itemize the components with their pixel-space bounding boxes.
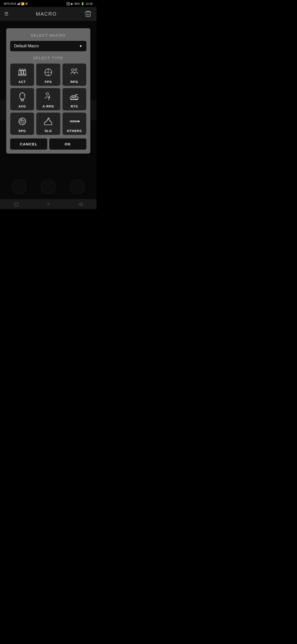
page-title: MACRO <box>36 11 57 17</box>
fps-icon <box>42 66 54 78</box>
ok-button[interactable]: OK <box>49 138 86 150</box>
nav-bar: ▢ ○ ◁ <box>0 199 96 209</box>
others-label: OTHERS <box>67 129 82 133</box>
svg-line-23 <box>24 94 25 95</box>
nfc-icon: N <box>67 2 70 6</box>
type-btn-rpg[interactable]: RPG <box>62 64 86 86</box>
battery-icon: 🔋 <box>81 2 84 6</box>
dialog-overlay: SELECT MACRO Default Macro ▼ SELECT TYPE <box>0 21 96 199</box>
svg-point-15 <box>71 69 74 71</box>
type-btn-avg[interactable]: AVG <box>10 88 34 110</box>
dropdown-arrow-icon: ▼ <box>79 44 82 48</box>
yandex-icon: Я <box>25 2 27 5</box>
slg-icon <box>42 115 54 128</box>
svg-point-10 <box>47 72 49 73</box>
slg-label: SLG <box>44 129 52 133</box>
type-btn-act[interactable]: ACT <box>10 64 34 86</box>
act-label: ACT <box>18 80 26 84</box>
dropdown-value: Default Macro <box>14 44 39 48</box>
content-area: SELECT MACRO Default Macro ▼ SELECT TYPE <box>0 21 96 199</box>
type-btn-arpg[interactable]: A-RPG <box>36 88 60 110</box>
hamburger-menu-icon[interactable]: ☰ <box>4 11 8 16</box>
dialog-actions: CANCEL OK <box>10 138 86 150</box>
select-macro-title: SELECT MACRO <box>10 33 86 38</box>
select-macro-dialog: SELECT MACRO Default Macro ▼ SELECT TYPE <box>6 28 90 154</box>
others-icon <box>68 115 80 128</box>
svg-rect-26 <box>72 95 76 97</box>
svg-rect-4 <box>24 70 26 74</box>
nav-square-icon[interactable]: ▢ <box>14 201 18 207</box>
bluetooth-icon: ▶ <box>71 2 73 6</box>
type-btn-others[interactable]: OTHERS <box>62 112 86 135</box>
svg-marker-34 <box>23 120 25 122</box>
type-btn-spg[interactable]: SPG <box>10 112 34 135</box>
status-bar: MTS RUS 📶 Я N ▶ 90% 🔋 22:28 <box>0 0 96 7</box>
svg-point-41 <box>70 121 71 122</box>
status-left: MTS RUS 📶 Я <box>4 2 27 6</box>
avg-icon <box>16 91 28 103</box>
svg-rect-20 <box>21 100 23 101</box>
rts-icon <box>68 91 80 103</box>
signal-icon <box>17 2 20 5</box>
svg-point-24 <box>46 93 48 95</box>
type-btn-slg[interactable]: SLG <box>36 112 60 135</box>
spg-icon <box>16 115 28 128</box>
type-grid: ACT FPS <box>10 64 86 135</box>
svg-point-44 <box>76 121 77 122</box>
rpg-icon <box>68 66 80 78</box>
avg-label: AVG <box>18 104 26 108</box>
type-btn-fps[interactable]: FPS <box>36 64 60 86</box>
carrier-text: MTS RUS <box>4 2 16 5</box>
fps-label: FPS <box>45 80 52 84</box>
svg-point-16 <box>75 68 77 70</box>
svg-point-42 <box>72 121 73 122</box>
cancel-button[interactable]: CANCEL <box>10 138 47 150</box>
svg-line-22 <box>20 94 21 95</box>
spg-label: SPG <box>18 129 26 133</box>
svg-rect-2 <box>19 70 21 74</box>
battery-text: 90% <box>74 2 80 5</box>
svg-point-43 <box>74 121 75 122</box>
status-right: N ▶ 90% 🔋 22:28 <box>67 2 93 6</box>
nav-home-icon[interactable]: ○ <box>47 202 50 207</box>
svg-line-27 <box>75 94 78 95</box>
act-icon <box>16 66 28 78</box>
select-type-title: SELECT TYPE <box>10 56 86 60</box>
app-header: ☰ MACRO <box>0 7 96 21</box>
arpg-label: A-RPG <box>42 104 54 108</box>
svg-point-45 <box>78 121 79 122</box>
type-btn-rts[interactable]: RTS <box>62 88 86 110</box>
delete-icon[interactable] <box>84 10 92 18</box>
time-display: 22:28 <box>86 2 93 5</box>
nav-back-icon[interactable]: ◁ <box>79 201 82 207</box>
svg-rect-5 <box>18 74 26 76</box>
svg-rect-3 <box>21 70 23 74</box>
macro-dropdown[interactable]: Default Macro ▼ <box>10 41 86 51</box>
wifi-icon: 📶 <box>21 2 24 6</box>
arpg-icon <box>42 91 54 103</box>
rts-label: RTS <box>71 104 78 108</box>
rpg-label: RPG <box>70 80 78 84</box>
